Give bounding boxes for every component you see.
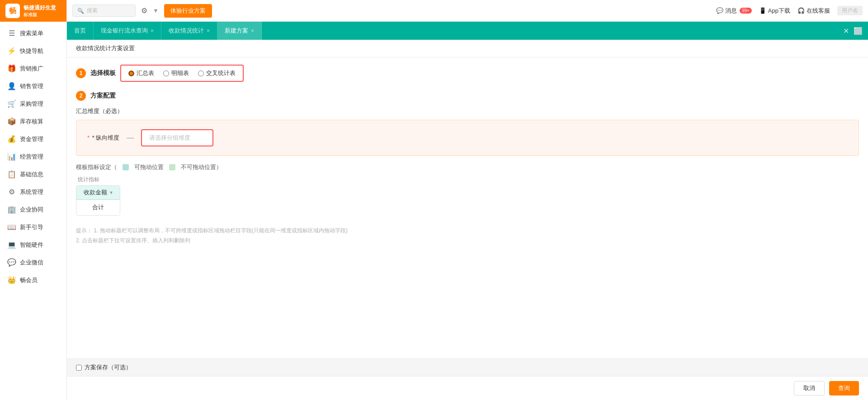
quick-nav-icon: ⚡ [7, 47, 16, 55]
sidebar-item-enterprise[interactable]: 🏢 企业协同 [0, 201, 66, 218]
sidebar-item-quick-nav[interactable]: ⚡ 快捷导航 [0, 42, 66, 60]
logo-icon: 畅 [5, 4, 20, 18]
radio-summary[interactable]: 汇总表 [128, 69, 154, 77]
sidebar-item-label: 新手引导 [20, 223, 43, 231]
chevron-down-icon: ▾ [110, 189, 113, 196]
template-radio-group: 汇总表 明细表 交叉统计表 [120, 65, 244, 82]
download-label: App下载 [768, 7, 790, 15]
save-plan-checkbox[interactable] [76, 365, 82, 371]
dimension-select[interactable]: 请选择分组维度 [141, 129, 213, 146]
step1-header: 1 选择模板 汇总表 明细表 交叉统计表 [76, 65, 859, 82]
sidebar-item-wechat[interactable]: 💬 企业微信 [0, 254, 66, 271]
tab-new-plan-label: 新建方案 [225, 27, 248, 35]
sidebar-item-label: 畅会员 [20, 276, 38, 284]
sidebar-item-hardware[interactable]: 💻 智能硬件 [0, 236, 66, 254]
radio-cross-input[interactable] [198, 71, 204, 76]
marketing-icon: 🎁 [7, 64, 16, 73]
sidebar-item-label: 基础信息 [20, 170, 43, 179]
sidebar-item-label: 系统管理 [20, 188, 43, 196]
step1-section: 1 选择模板 汇总表 明细表 交叉统计表 [76, 65, 859, 82]
guide-icon: 📖 [7, 223, 16, 231]
radio-summary-input[interactable] [128, 71, 134, 76]
sidebar-item-label: 库存核算 [20, 118, 43, 126]
tab-new-plan[interactable]: 新建方案 × [217, 22, 262, 40]
metrics-label-row: 模板指标设定（ 可拖动位置 不可拖动位置） [76, 163, 859, 171]
radio-detail-input[interactable] [163, 71, 169, 76]
query-button[interactable]: 查询 [829, 381, 859, 395]
step2-section: 2 方案配置 汇总维度（必选） * * 纵向维度 — 请选 [76, 91, 859, 245]
metrics-table-cell-total: 合计 [76, 200, 120, 215]
message-badge: 99+ [740, 8, 752, 14]
service-label: 在线客服 [807, 7, 830, 15]
sidebar-item-member[interactable]: 👑 畅会员 [0, 271, 66, 289]
sidebar-item-basic-info[interactable]: 📋 基础信息 [0, 165, 66, 183]
cancel-button[interactable]: 取消 [794, 381, 825, 395]
gear-icon[interactable]: ⚙ [141, 6, 147, 15]
window-controls: ✕ ⬜ [838, 22, 868, 40]
content-body: 1 选择模板 汇总表 明细表 交叉统计表 [67, 57, 868, 358]
header-right: 💬 消息 99+ 📱 App下载 🎧 在线客服 用户名 [716, 6, 863, 15]
service-icon: 🎧 [797, 7, 805, 14]
purchase-icon: 🛒 [7, 99, 16, 108]
logo-text: 畅捷通好生意 [24, 4, 56, 12]
sidebar-item-search-menu[interactable]: ☰ 搜索菜单 [0, 24, 66, 42]
hint-1: 提示： 1. 拖动标题栏可以调整布局，不可跨维度或指标区域拖动栏目字段(只能在同… [76, 226, 859, 236]
sidebar: 畅 畅捷通好生意 标准版 ☰ 搜索菜单 ⚡ 快捷导航 🎁 营销推广 👤 销售管理… [0, 0, 67, 400]
header-search-box[interactable]: 🔍 搜索 [72, 5, 136, 17]
page-breadcrumb: 收款情况统计方案设置 [67, 40, 868, 57]
message-icon: 💬 [716, 7, 723, 14]
tab-receipt-stats-close[interactable]: × [207, 28, 210, 34]
summary-dimension-label: 汇总维度（必选） [76, 107, 859, 115]
sidebar-item-inventory[interactable]: 📦 库存核算 [0, 113, 66, 130]
close-window-icon[interactable]: ✕ [841, 27, 851, 35]
radio-detail[interactable]: 明细表 [163, 69, 189, 77]
page-footer: 方案保存（可选） [67, 358, 868, 376]
tab-cashflow[interactable]: 现金银行流水查询 × [94, 22, 161, 40]
sidebar-item-label: 经营管理 [20, 153, 43, 161]
step2-title: 方案配置 [90, 92, 116, 100]
sidebar-item-sales[interactable]: 👤 销售管理 [0, 77, 66, 95]
sidebar-item-marketing[interactable]: 🎁 营销推广 [0, 60, 66, 77]
wechat-icon: 💬 [7, 258, 16, 267]
enterprise-icon: 🏢 [7, 205, 16, 214]
industry-btn[interactable]: 体验行业方案 [164, 4, 212, 18]
user-item[interactable]: 用户名 [837, 6, 863, 15]
sales-icon: 👤 [7, 82, 16, 90]
main-area: 🔍 搜索 ⚙ ▼ 体验行业方案 💬 消息 99+ 📱 App下载 🎧 在线客服 … [67, 0, 868, 400]
radio-cross[interactable]: 交叉统计表 [198, 69, 236, 77]
logo-badge: 标准版 [24, 12, 56, 18]
system-icon: ⚙ [7, 188, 16, 196]
sidebar-item-operations[interactable]: 📊 经营管理 [0, 148, 66, 165]
tab-receipt-stats[interactable]: 收款情况统计 × [161, 22, 217, 40]
sidebar-item-label: 搜索菜单 [20, 29, 43, 38]
tab-cashflow-close[interactable]: × [151, 28, 154, 34]
download-item[interactable]: 📱 App下载 [759, 7, 790, 15]
tab-bar: 首页 现金银行流水查询 × 收款情况统计 × 新建方案 × ✕ ⬜ [67, 22, 868, 40]
sidebar-item-system[interactable]: ⚙ 系统管理 [0, 183, 66, 201]
sidebar-item-label: 快捷导航 [20, 47, 43, 55]
metrics-table: 收款金额 ▾ 合计 [76, 185, 120, 216]
service-item[interactable]: 🎧 在线客服 [797, 7, 830, 15]
tab-home[interactable]: 首页 [67, 22, 94, 40]
tab-new-plan-close[interactable]: × [251, 28, 254, 34]
maximize-window-icon[interactable]: ⬜ [852, 27, 864, 35]
member-icon: 👑 [7, 276, 16, 284]
sidebar-item-purchase[interactable]: 🛒 采购管理 [0, 95, 66, 113]
inventory-icon: 📦 [7, 117, 16, 126]
message-item[interactable]: 💬 消息 99+ [716, 7, 752, 15]
metrics-section: 模板指标设定（ 可拖动位置 不可拖动位置） 统计指标 收款金额 [76, 163, 859, 217]
metrics-table-header[interactable]: 收款金额 ▾ [76, 186, 120, 200]
vertical-label-text: * 纵向维度 [92, 134, 120, 141]
sidebar-item-label: 营销推广 [20, 65, 43, 73]
sidebar-item-label: 销售管理 [20, 82, 43, 90]
chevron-down-icon: ▼ [153, 7, 159, 14]
message-label: 消息 [725, 7, 737, 15]
sidebar-item-label: 采购管理 [20, 100, 43, 108]
download-icon: 📱 [759, 7, 766, 14]
tab-home-label: 首页 [74, 27, 86, 35]
save-plan-checkbox-label[interactable]: 方案保存（可选） [76, 363, 132, 372]
vertical-label: * * 纵向维度 [87, 134, 119, 142]
sidebar-item-finance[interactable]: 💰 资金管理 [0, 130, 66, 148]
arrow-icon: — [127, 134, 134, 142]
sidebar-item-guide[interactable]: 📖 新手引导 [0, 218, 66, 236]
